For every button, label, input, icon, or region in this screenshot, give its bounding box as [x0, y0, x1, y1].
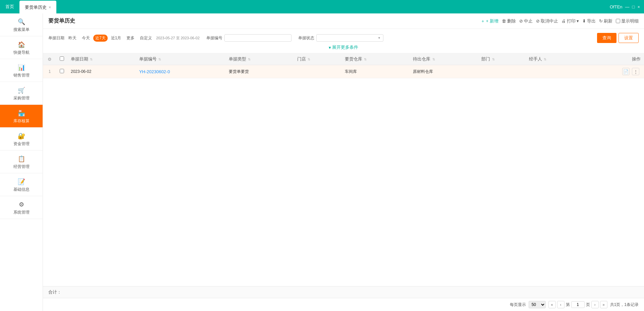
- next-page-btn[interactable]: ›: [591, 301, 599, 308]
- sidebar-item-basic[interactable]: 📝 基础信息: [0, 173, 43, 196]
- tab-home-label: 首页: [5, 4, 14, 10]
- page-suffix-label: 页: [586, 302, 590, 308]
- page-number-input[interactable]: [571, 301, 585, 308]
- th-handler: 经手人 ⇅: [526, 53, 584, 65]
- th-settings: ⚙: [43, 53, 56, 65]
- sidebar-item-purchase[interactable]: 🛒 采购管理: [0, 82, 43, 105]
- doc-no-label: 单据编号: [206, 35, 222, 41]
- summary-label: 合计：: [48, 290, 61, 295]
- row-doc-type: 要货单要货: [225, 65, 294, 78]
- sales-icon: 📊: [18, 64, 25, 71]
- display-detail-checkbox[interactable]: 显示明细: [616, 18, 639, 24]
- filter-actions: 查询 设置: [597, 33, 639, 43]
- th-req-warehouse-label: 要货仓库: [345, 56, 362, 61]
- row-checkbox[interactable]: [60, 69, 64, 73]
- th-department-label: 部门: [481, 56, 490, 61]
- close-btn[interactable]: ×: [637, 4, 640, 9]
- date-btn-more[interactable]: 更多: [124, 35, 137, 42]
- date-shortcuts: 昨天 今天 近7天 近1月 更多 自定义: [66, 35, 154, 42]
- date-btn-7days[interactable]: 近7天: [93, 35, 108, 42]
- refresh-button[interactable]: ↻ 刷新: [599, 18, 612, 24]
- sidebar-item-inventory[interactable]: 🏪 库存核算: [0, 105, 43, 128]
- row-pending-warehouse: 原材料仓库: [410, 65, 478, 78]
- display-detail-label: 显示明细: [621, 18, 639, 24]
- date-btn-custom[interactable]: 自定义: [138, 35, 154, 42]
- stop-button[interactable]: ⊘ 中止: [519, 18, 533, 24]
- query-button[interactable]: 查询: [597, 33, 616, 43]
- th-store-sort-icon[interactable]: ⇅: [308, 57, 310, 61]
- total-info: 共1页，1条记录: [610, 302, 639, 308]
- summary-bar: 合计：: [43, 286, 644, 298]
- main-layout: 🔍 搜索菜单 🏠 快捷导航 📊 销售管理 🛒 采购管理 🏪 库存核算 🔐 资金管…: [0, 13, 644, 311]
- top-bar: 首页 要货单历史 × OfTEn — □ ×: [0, 0, 644, 13]
- prev-page-btn[interactable]: ‹: [557, 301, 565, 308]
- row-action-view-btn[interactable]: 📄: [622, 68, 630, 75]
- th-doc-type: 单据类型 ⇅: [225, 53, 294, 65]
- th-handler-label: 经手人: [529, 56, 542, 61]
- th-doc-type-sort-icon[interactable]: ⇅: [248, 57, 251, 61]
- row-handler: [526, 65, 584, 78]
- per-page-label: 每页显示: [510, 302, 526, 308]
- doc-status-select[interactable]: [316, 34, 383, 42]
- th-req-warehouse-sort-icon[interactable]: ⇅: [364, 57, 367, 61]
- delete-label: 删除: [507, 18, 516, 24]
- sidebar: 🔍 搜索菜单 🏠 快捷导航 📊 销售管理 🛒 采购管理 🏪 库存核算 🔐 资金管…: [0, 13, 43, 311]
- doc-status-select-wrapper: [316, 34, 383, 42]
- date-btn-today[interactable]: 今天: [80, 35, 92, 42]
- last-page-btn[interactable]: »: [600, 301, 607, 308]
- cancel-stop-button[interactable]: ⊘ 取消中止: [536, 18, 558, 24]
- date-btn-1month[interactable]: 近1月: [109, 35, 123, 42]
- th-pending-warehouse-label: 待出仓库: [413, 56, 430, 61]
- tab-close-icon[interactable]: ×: [49, 5, 51, 10]
- doc-no-input[interactable]: [224, 34, 291, 42]
- tab-history[interactable]: 要货单历史 ×: [19, 1, 56, 14]
- maximize-btn[interactable]: □: [632, 4, 635, 9]
- search-icon: 🔍: [18, 18, 25, 26]
- row-department: [478, 65, 526, 78]
- minimize-btn[interactable]: —: [625, 4, 630, 9]
- finance-icon: 🔐: [18, 132, 25, 140]
- export-button[interactable]: ⬇ 导出: [582, 18, 596, 24]
- th-date-sort-icon[interactable]: ⇅: [90, 57, 93, 61]
- sidebar-item-search[interactable]: 🔍 搜索菜单: [0, 13, 43, 36]
- brand-label: OfTEn: [610, 4, 623, 9]
- th-pending-warehouse-sort-icon[interactable]: ⇅: [432, 57, 435, 61]
- date-btn-yesterday[interactable]: 昨天: [66, 35, 78, 42]
- first-page-btn[interactable]: «: [548, 301, 556, 308]
- settings-button[interactable]: 设置: [619, 33, 639, 43]
- table-row: 1 2023-06-02 YH-20230602-0 要货单要货 车间库: [43, 65, 644, 78]
- refresh-label: 刷新: [604, 18, 612, 24]
- print-button[interactable]: 🖨 打印 ▾: [561, 18, 579, 24]
- main-content: 要货单历史 ＋ + 新增 🗑 删除 ⊘ 中止 ⊘: [43, 13, 644, 311]
- new-icon: ＋: [481, 18, 485, 24]
- select-all-checkbox[interactable]: [60, 56, 64, 61]
- tab-history-label: 要货单历史: [25, 4, 47, 10]
- sidebar-item-quicknav[interactable]: 🏠 快捷导航: [0, 36, 43, 59]
- print-dropdown-icon[interactable]: ▾: [577, 18, 579, 24]
- new-button[interactable]: ＋ + 新增: [481, 18, 498, 24]
- sidebar-item-finance[interactable]: 🔐 资金管理: [0, 128, 43, 150]
- table-header-row: ⚙ 单据日期 ⇅ 单据编号 ⇅: [43, 53, 644, 65]
- delete-button[interactable]: 🗑 删除: [502, 18, 516, 24]
- print-label: 打印: [567, 18, 576, 24]
- doc-no-filter-group: 单据编号: [206, 34, 291, 42]
- th-doc-no-sort-icon[interactable]: ⇅: [158, 57, 161, 61]
- sidebar-item-system[interactable]: ⚙ 系统管理: [0, 196, 43, 219]
- row-action-more-btn[interactable]: ⋮: [632, 68, 639, 75]
- sidebar-item-sales[interactable]: 📊 销售管理: [0, 59, 43, 82]
- sidebar-item-inventory-label: 库存核算: [13, 118, 30, 124]
- purchase-icon: 🛒: [18, 87, 25, 94]
- th-handler-sort-icon[interactable]: ⇅: [544, 57, 546, 61]
- export-label: 导出: [587, 18, 596, 24]
- row-num: 1: [43, 65, 56, 78]
- per-page-select[interactable]: 50 10 20 100: [529, 301, 546, 308]
- th-doc-no-label: 单据编号: [139, 56, 157, 61]
- th-department-sort-icon[interactable]: ⇅: [492, 57, 495, 61]
- row-doc-no-link[interactable]: YH-20230602-0: [139, 69, 170, 74]
- tab-home[interactable]: 首页: [0, 0, 19, 13]
- expand-more-btn[interactable]: ▾ 展开更多条件: [48, 44, 639, 50]
- th-store: 门店 ⇅: [294, 53, 341, 65]
- sidebar-item-operations[interactable]: 📋 经营管理: [0, 150, 43, 173]
- column-settings-icon[interactable]: ⚙: [48, 57, 52, 62]
- display-detail-check[interactable]: [616, 19, 620, 23]
